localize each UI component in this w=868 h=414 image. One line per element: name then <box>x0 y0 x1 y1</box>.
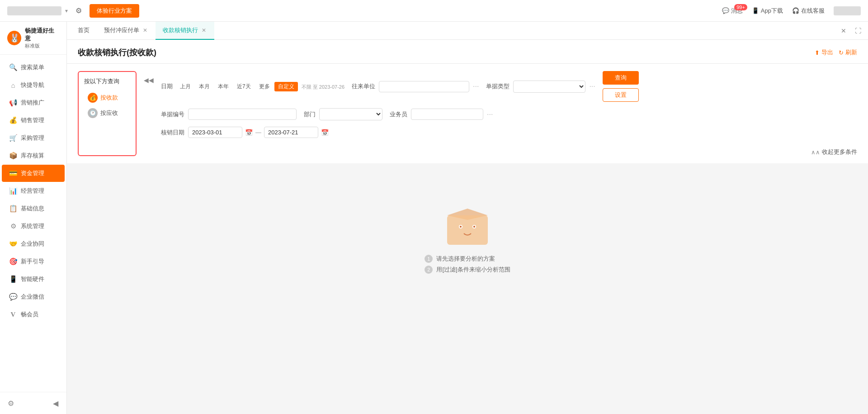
receipt-icon: 💰 <box>88 93 98 103</box>
chevron-up-icon: ∧∧ <box>811 149 820 156</box>
sidebar-item-operation[interactable]: 📊 经营管理 <box>2 182 65 200</box>
sidebar-item-finance[interactable]: 💳 资金管理 <box>2 165 65 182</box>
top-bar-right: 💬 消息 99+ 📱 App下载 🎧 在线客服 <box>722 6 861 15</box>
filter-right-panel: 日期 上月 本月 本年 近7天 更多 自定义 不限 至 2023-07-26 <box>161 71 857 156</box>
date-tab-this-year[interactable]: 本年 <box>214 82 232 91</box>
settings-gear-button[interactable]: ⚙ <box>71 4 86 18</box>
export-icon: ⬆ <box>815 49 820 56</box>
sidebar-item-enterprise[interactable]: 🤝 企业协同 <box>2 235 65 252</box>
sidebar-label-operation: 经营管理 <box>21 187 44 195</box>
order-no-input[interactable] <box>188 109 297 120</box>
filter-option-by-receipt[interactable]: 💰 按收款 <box>84 90 130 105</box>
verify-date-end-input[interactable] <box>264 127 318 138</box>
sidebar-item-basic[interactable]: 📋 基础信息 <box>2 200 65 217</box>
filter-option-by-receivable[interactable]: 🕐 按应收 <box>84 105 130 121</box>
verify-date-start-calendar-icon[interactable]: 📅 <box>245 129 253 136</box>
sidebar-bottom: ⚙ ◀ <box>0 392 66 414</box>
tab-collection-close-icon[interactable]: ✕ <box>201 26 207 34</box>
sidebar-collapse-button[interactable]: ◀ <box>48 396 63 410</box>
sidebar-item-search[interactable]: 🔍 搜索菜单 <box>2 59 65 76</box>
page-content: 收款核销执行(按收款) ⬆ 导出 ↻ 刷新 按以下方查询 <box>67 40 868 414</box>
empty-text-area: 1 请先选择要分析的方案 2 用[过滤]条件来缩小分析范围 <box>425 255 510 276</box>
app-download-label: App下载 <box>761 7 783 15</box>
sidebar-item-shortcut[interactable]: ⌂ 快捷导航 <box>2 76 65 94</box>
date-tabs: 上月 本月 本年 近7天 更多 自定义 <box>176 82 298 91</box>
verify-date-field: 核销日期 📅 — 📅 <box>161 127 329 138</box>
tab-close-all-button[interactable]: ✕ <box>837 24 850 37</box>
filter-panel: 按以下方查询 💰 按收款 🕐 按应收 ◀◀ <box>67 64 868 163</box>
refresh-label: 刷新 <box>845 48 857 57</box>
verify-date-end-calendar-icon[interactable]: 📅 <box>321 129 329 136</box>
tab-home-label: 首页 <box>78 26 90 34</box>
empty-step-1-label: 请先选择要分析的方案 <box>436 255 495 263</box>
page-header: 收款核销执行(按收款) ⬆ 导出 ↻ 刷新 <box>67 40 868 64</box>
sidebar-item-weixin[interactable]: 💬 企业微信 <box>2 288 65 305</box>
date-tab-custom[interactable]: 自定义 <box>274 82 298 91</box>
app-download-button[interactable]: 📱 App下载 <box>752 7 783 15</box>
sidebar-item-purchase[interactable]: 🛒 采购管理 <box>2 129 65 147</box>
step-1-number: 1 <box>425 255 433 263</box>
logo-text: 畅捷通好生意 标准版 <box>25 27 59 49</box>
collapse-more-button[interactable]: ∧∧ 收起更多条件 <box>811 148 857 156</box>
tab-home[interactable]: 首页 <box>71 22 97 40</box>
online-service-button[interactable]: 🎧 在线客服 <box>792 7 825 15</box>
department-label: 部门 <box>304 110 316 119</box>
sidebar-label-purchase: 采购管理 <box>21 134 44 142</box>
hardware-icon: 📱 <box>9 275 17 283</box>
top-bar: ▾ ⚙ 体验行业方案 💬 消息 99+ 📱 App下载 🎧 在线客服 <box>0 0 868 22</box>
app-name-blur <box>7 6 61 15</box>
date-tab-last-month[interactable]: 上月 <box>176 82 194 91</box>
date-label: 日期 <box>161 82 173 90</box>
refresh-button[interactable]: ↻ 刷新 <box>839 48 857 57</box>
counterparty-input[interactable] <box>379 81 469 92</box>
sidebar-logo: 🐰 畅捷通好生意 标准版 <box>0 22 66 55</box>
date-tab-more[interactable]: 更多 <box>255 82 274 91</box>
content-area: 首页 预付冲应付单 ✕ 收款核销执行 ✕ ✕ ⛶ 收款核销执行(按收款) <box>67 22 868 414</box>
order-type-more-icon[interactable]: ··· <box>589 82 595 90</box>
message-button[interactable]: 💬 消息 99+ <box>722 7 743 15</box>
empty-step-2-label: 用[过滤]条件来缩小分析范围 <box>436 266 510 274</box>
sidebar-item-member[interactable]: V 畅会员 <box>2 306 65 323</box>
sales-icon: 💰 <box>9 116 17 124</box>
chart-icon: 📊 <box>9 187 17 195</box>
logo-icon: 🐰 <box>7 31 21 45</box>
tab-maximize-button[interactable]: ⛶ <box>852 24 864 37</box>
setting-button[interactable]: 设置 <box>603 88 639 102</box>
filter-left-title: 按以下方查询 <box>84 77 130 86</box>
empty-step-2: 2 用[过滤]条件来缩小分析范围 <box>425 266 510 274</box>
sidebar-item-inventory[interactable]: 📦 库存核算 <box>2 147 65 164</box>
chat-icon: 💬 <box>9 293 17 301</box>
verify-date-label: 核销日期 <box>161 128 184 137</box>
list-icon: 📋 <box>9 205 17 213</box>
date-field: 日期 上月 本月 本年 近7天 更多 自定义 不限 至 2023-07-26 <box>161 82 344 91</box>
tab-collection[interactable]: 收款核销执行 ✕ <box>156 22 214 40</box>
phone-icon: 📱 <box>752 7 759 14</box>
sidebar-item-sales[interactable]: 💰 销售管理 <box>2 112 65 129</box>
sidebar-label-enterprise: 企业协同 <box>21 240 44 248</box>
sidebar-item-guide[interactable]: 🎯 新手引导 <box>2 253 65 270</box>
date-tab-7days[interactable]: 近7天 <box>233 82 255 91</box>
date-tab-this-month[interactable]: 本月 <box>195 82 213 91</box>
dropdown-arrow-icon[interactable]: ▾ <box>65 8 68 14</box>
filter-collapse-button[interactable]: ◀◀ <box>144 76 154 84</box>
logo-sub: 标准版 <box>25 43 59 49</box>
query-button[interactable]: 查询 <box>603 71 639 85</box>
sidebar-item-marketing[interactable]: 📢 营销推广 <box>2 94 65 111</box>
counterparty-more-icon[interactable]: ··· <box>473 82 479 90</box>
order-type-select[interactable] <box>513 81 585 93</box>
export-button[interactable]: ⬆ 导出 <box>815 48 833 57</box>
staff-more-icon[interactable]: ··· <box>487 110 493 119</box>
department-select[interactable] <box>319 108 382 120</box>
industry-solution-button[interactable]: 体验行业方案 <box>90 4 139 18</box>
tab-prepay-close-icon[interactable]: ✕ <box>142 26 148 34</box>
logo-title: 畅捷通好生意 <box>25 27 59 43</box>
sidebar-item-hardware[interactable]: 📱 智能硬件 <box>2 271 65 288</box>
sidebar-settings-button[interactable]: ⚙ <box>4 396 18 410</box>
sidebar-label-basic: 基础信息 <box>21 205 44 213</box>
sidebar-label-system: 系统管理 <box>21 222 44 230</box>
sidebar-item-system[interactable]: ⚙ 系统管理 <box>2 218 65 235</box>
staff-input[interactable] <box>411 109 483 120</box>
date-range-dash: — <box>255 129 261 136</box>
verify-date-start-input[interactable] <box>188 127 242 138</box>
tab-prepay[interactable]: 预付冲应付单 ✕ <box>97 22 156 40</box>
